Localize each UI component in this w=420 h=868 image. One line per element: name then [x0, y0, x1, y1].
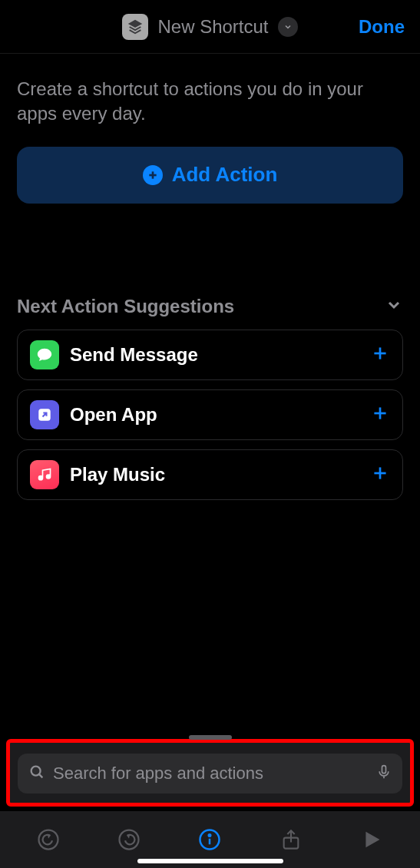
suggestion-label: Send Message: [70, 344, 370, 366]
search-input[interactable]: Search for apps and actions: [18, 754, 402, 793]
shortcut-app-icon: [122, 14, 148, 40]
header-title-group[interactable]: New Shortcut: [122, 14, 297, 40]
play-button[interactable]: [356, 824, 387, 855]
intro-text: Create a shortcut to actions you do in y…: [17, 77, 403, 127]
search-placeholder: Search for apps and actions: [53, 764, 369, 784]
home-indicator[interactable]: [137, 859, 283, 863]
undo-button[interactable]: [33, 824, 64, 855]
suggestions-header[interactable]: Next Action Suggestions: [17, 296, 403, 317]
add-action-button[interactable]: Add Action: [17, 147, 403, 204]
suggestion-send-message[interactable]: Send Message: [17, 330, 403, 380]
plus-icon[interactable]: [370, 463, 390, 485]
share-button[interactable]: [276, 824, 306, 855]
info-button[interactable]: [194, 824, 225, 855]
bottom-region: Search for apps and actions: [0, 739, 420, 868]
message-icon: [30, 340, 59, 369]
suggestion-play-music[interactable]: Play Music: [17, 449, 403, 500]
mic-icon[interactable]: [376, 764, 392, 784]
music-icon: [30, 460, 59, 489]
svg-point-15: [120, 830, 139, 850]
redo-button[interactable]: [114, 824, 144, 855]
chevron-down-icon[interactable]: [385, 296, 403, 317]
suggestion-label: Play Music: [70, 464, 370, 485]
svg-rect-13: [382, 766, 386, 774]
svg-point-11: [31, 767, 41, 776]
search-icon: [28, 764, 45, 784]
plus-icon[interactable]: [370, 343, 390, 366]
done-button[interactable]: Done: [359, 16, 405, 38]
suggestion-open-app[interactable]: Open App: [17, 389, 403, 440]
suggestion-label: Open App: [70, 404, 370, 426]
drag-handle[interactable]: [189, 735, 232, 740]
add-action-label: Add Action: [172, 163, 278, 187]
page-title: New Shortcut: [157, 16, 268, 38]
suggestions-title: Next Action Suggestions: [17, 296, 234, 317]
svg-point-7: [39, 476, 42, 479]
svg-marker-20: [366, 833, 379, 847]
header: New Shortcut Done: [0, 0, 420, 54]
svg-line-12: [39, 774, 42, 777]
content-area: Create a shortcut to actions you do in y…: [0, 54, 420, 500]
search-panel: Search for apps and actions: [6, 739, 414, 807]
open-app-icon: [30, 400, 59, 429]
title-chevron-icon[interactable]: [278, 17, 298, 37]
plus-icon[interactable]: [370, 403, 390, 426]
svg-point-14: [38, 830, 58, 850]
plus-circle-icon: [143, 165, 163, 185]
svg-point-18: [209, 834, 211, 837]
svg-point-8: [47, 475, 50, 478]
